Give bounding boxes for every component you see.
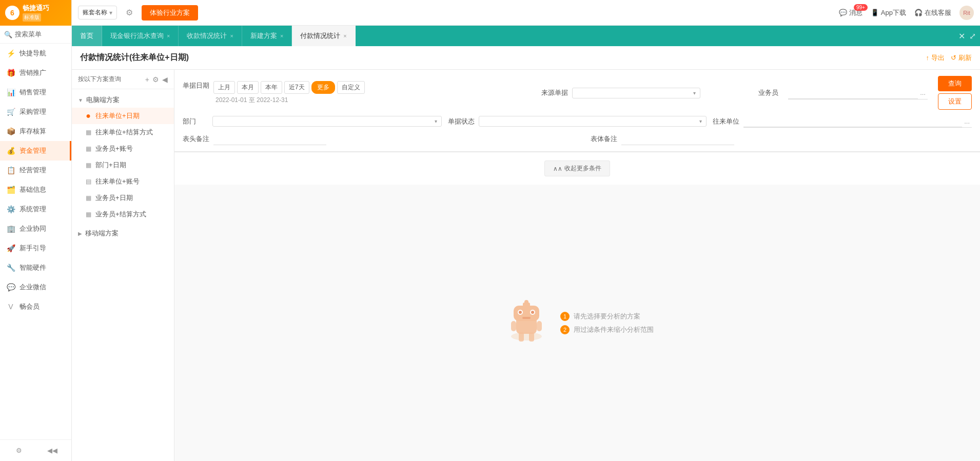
sidebar-item-vip[interactable]: V 畅会员 [0, 297, 71, 316]
settings-btn[interactable]: 设置 [938, 93, 972, 110]
account-dropdown[interactable]: 账套名称 ▾ [78, 6, 117, 19]
sidebar-item-finance[interactable]: 💰 资金管理 [0, 141, 71, 161]
sidebar-item-system[interactable]: ⚙️ 系统管理 [0, 199, 71, 219]
tab-home[interactable]: 首页 [72, 26, 102, 46]
filter-row-1: 单据日期 上月 本月 本年 近7天 更多 自定义 20 [183, 76, 972, 110]
sidebar-footer-settings[interactable]: ⚙ [4, 444, 34, 457]
export-label: 导出 [931, 53, 945, 63]
scheme-item-unit-settle[interactable]: ▦ 往来单位+结算方式 [72, 124, 174, 141]
date-btn-this-month[interactable]: 本月 [237, 81, 259, 94]
source-select[interactable]: ▾ [572, 88, 700, 98]
sidebar-item-label: 企业协同 [19, 224, 46, 233]
scheme-item-label: 往来单位+结算方式 [95, 128, 153, 137]
sidebar-footer: ⚙ ◀◀ [0, 439, 71, 461]
head-note-input[interactable] [213, 133, 326, 145]
enterprise-icon: 🏢 [6, 224, 15, 233]
sidebar-header: 6 畅捷通巧 标准版 [0, 0, 71, 26]
sidebar-item-enterprise[interactable]: 🏢 企业协同 [0, 219, 71, 238]
tab-receipts[interactable]: 收款情况统计 × [179, 26, 242, 46]
svg-rect-11 [529, 332, 534, 342]
tab-payments[interactable]: 付款情况统计 × [292, 26, 355, 46]
account-name: 账套名称 [83, 8, 107, 17]
scheme-item-staff-account[interactable]: ▦ 业务员+账号 [72, 141, 174, 157]
sidebar-footer-collapse[interactable]: ◀◀ [38, 444, 68, 457]
staff-dots[interactable]: ... [918, 89, 928, 96]
sidebar-item-sales[interactable]: 📊 销售管理 [0, 83, 71, 102]
unit-dots[interactable]: ... [962, 117, 972, 125]
sidebar-item-label: 畅会员 [19, 302, 40, 311]
sidebar-item-marketing[interactable]: 🎁 营销推广 [0, 63, 71, 83]
tab-payments-close[interactable]: × [343, 33, 346, 39]
bill-status-select[interactable]: ▾ [479, 116, 707, 127]
tab-bank-close[interactable]: × [167, 33, 170, 39]
tip-num-1: 1 [560, 312, 570, 321]
sidebar-item-inventory[interactable]: 📦 库存核算 [0, 122, 71, 141]
scheme-item-dept-date[interactable]: ▦ 部门+日期 [72, 157, 174, 173]
app-download-btn[interactable]: 📱 App下载 [871, 8, 906, 17]
date-btn-this-year[interactable]: 本年 [261, 81, 282, 94]
service-label: 在线客服 [925, 8, 951, 17]
export-icon: ↑ [926, 54, 930, 62]
scheme-panel-header: 按以下方案查询 + ⚙ ◀ [72, 70, 174, 89]
sidebar-item-label: 系统管理 [19, 205, 46, 214]
scheme-item-label: 往来单位+账号 [95, 177, 140, 186]
scheme-item-staff-date[interactable]: ▦ 业务员+日期 [72, 190, 174, 206]
dept-select[interactable]: ▾ [212, 116, 442, 127]
dropdown-arrow-icon: ▾ [109, 9, 112, 16]
date-range-display: 2022-01-01 至 2022-12-31 [215, 96, 365, 105]
sidebar-item-operations[interactable]: 📋 经营管理 [0, 161, 71, 180]
sidebar-item-hardware[interactable]: 🔧 智能硬件 [0, 258, 71, 277]
sidebar-search[interactable]: 🔍 搜索菜单 [0, 26, 71, 44]
unit-input[interactable] [743, 115, 962, 127]
tab-new-scheme[interactable]: 新建方案 × [242, 26, 292, 46]
date-btn-custom[interactable]: 自定义 [337, 81, 365, 94]
tab-new-scheme-close[interactable]: × [280, 33, 283, 39]
app-icon: 📱 [871, 9, 879, 16]
sidebar-item-wechat[interactable]: 💬 企业微信 [0, 277, 71, 297]
tab-expand-btn[interactable]: ⤢ [969, 31, 976, 41]
quick-nav-icon: ⚡ [6, 49, 15, 58]
scheme-item-staff-settle[interactable]: ▦ 业务员+结算方式 [72, 206, 174, 223]
sidebar-item-basic[interactable]: 🗂️ 基础信息 [0, 180, 71, 199]
scheme-item-unit-account[interactable]: ▤ 往来单位+账号 [72, 173, 174, 190]
user-avatar[interactable]: Rit [959, 6, 974, 20]
tabbar: 首页 现金银行流水查询 × 收款情况统计 × 新建方案 × 付款情况统计 × ✕… [72, 26, 980, 46]
sidebar-item-purchase[interactable]: 🛒 采购管理 [0, 102, 71, 122]
export-btn[interactable]: ↑ 导出 [926, 53, 945, 63]
trial-btn[interactable]: 体验行业方案 [142, 5, 198, 21]
tab-receipts-label: 收款情况统计 [187, 31, 227, 41]
filter-area: 单据日期 上月 本月 本年 近7天 更多 自定义 20 [174, 70, 980, 152]
scheme-desktop-header[interactable]: ▼ 电脑端方案 [72, 92, 174, 108]
tip-num-2: 2 [560, 325, 570, 334]
date-btn-7days[interactable]: 近7天 [284, 81, 309, 94]
date-label: 单据日期 [183, 81, 209, 90]
scheme-item-active-icon: ● [84, 112, 92, 120]
refresh-btn[interactable]: ↺ 刷新 [951, 53, 972, 63]
filter-date-btns: 上月 本月 本年 近7天 更多 自定义 [213, 81, 365, 94]
tab-receipts-close[interactable]: × [230, 33, 233, 39]
tab-bank[interactable]: 现金银行流水查询 × [102, 26, 179, 46]
tip-1-text: 请先选择要分析的方案 [574, 312, 640, 321]
topbar-settings-btn[interactable]: ⚙ [122, 6, 136, 20]
finance-icon: 💰 [6, 146, 15, 155]
scheme-item-unit-date[interactable]: ● 往来单位+日期 [72, 108, 174, 124]
wechat-icon: 💬 [6, 283, 15, 292]
scheme-settings-icon[interactable]: ⚙ [152, 75, 159, 84]
message-badge: 99+ [854, 4, 868, 11]
scheme-panel: 按以下方案查询 + ⚙ ◀ ▼ 电脑端方案 ● 往来单位+日期 [72, 70, 174, 461]
date-btn-last-month[interactable]: 上月 [213, 81, 235, 94]
message-btn[interactable]: 💬 消息 99+ [839, 8, 863, 17]
sidebar-item-quick-nav[interactable]: ⚡ 快捷导航 [0, 44, 71, 63]
scheme-mobile-group[interactable]: ▶ 移动端方案 [72, 226, 174, 241]
staff-input[interactable] [788, 87, 918, 99]
date-btn-more[interactable]: 更多 [311, 81, 335, 94]
tab-close-all-btn[interactable]: ✕ [958, 31, 965, 41]
scheme-collapse-icon[interactable]: ◀ [162, 75, 168, 84]
scheme-add-icon[interactable]: + [145, 75, 149, 84]
collapse-btn[interactable]: ∧∧ 收起更多条件 [544, 161, 610, 176]
query-btn[interactable]: 查询 [938, 76, 972, 91]
sidebar-item-guide[interactable]: 🚀 新手引导 [0, 238, 71, 258]
body-note-input[interactable] [621, 133, 734, 145]
service-btn[interactable]: 🎧 在线客服 [914, 8, 951, 17]
topbar: 账套名称 ▾ ⚙ 体验行业方案 💬 消息 99+ 📱 App下载 🎧 在线客服 … [72, 0, 980, 26]
